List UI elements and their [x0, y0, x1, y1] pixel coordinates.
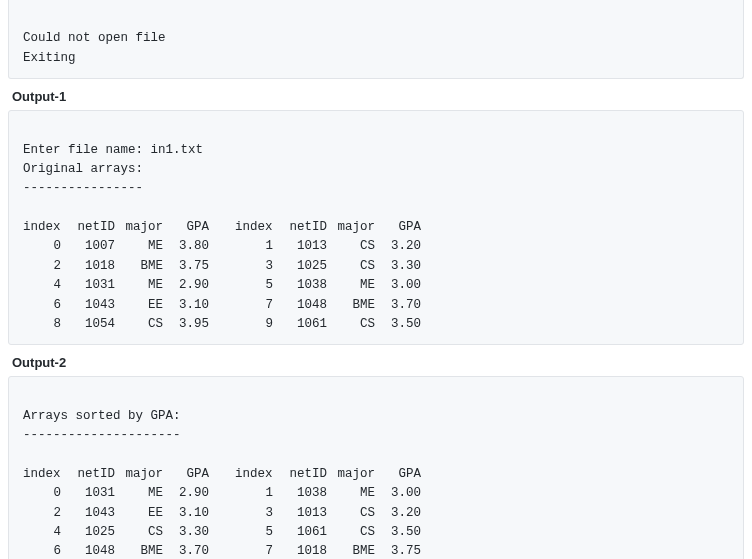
table-row: 61043EE3.1071048BME3.70 — [23, 298, 421, 312]
error-output-block: Could not open file Exiting — [8, 0, 744, 79]
error-line: Could not open file — [23, 31, 166, 45]
table-header: indexnetIDmajorGPAindexnetIDmajorGPA — [23, 467, 421, 481]
intro-line: Original arrays: — [23, 162, 143, 176]
table-row: 01007ME3.8011013CS3.20 — [23, 239, 421, 253]
intro-line: Enter file name: in1.txt — [23, 143, 203, 157]
intro-line: --------------------- — [23, 428, 181, 442]
output-2-heading: Output-2 — [12, 355, 740, 370]
table-row: 01031ME2.9011038ME3.00 — [23, 486, 421, 500]
table-row: 41025CS3.3051061CS3.50 — [23, 525, 421, 539]
table-row: 21018BME3.7531025CS3.30 — [23, 259, 421, 273]
table-header: indexnetIDmajorGPAindexnetIDmajorGPA — [23, 220, 421, 234]
output-2-block: Arrays sorted by GPA: ------------------… — [8, 376, 744, 559]
intro-line: ---------------- — [23, 181, 143, 195]
table-row: 81054CS3.9591061CS3.50 — [23, 317, 421, 331]
table-row: 41031ME2.9051038ME3.00 — [23, 278, 421, 292]
output-1-block: Enter file name: in1.txt Original arrays… — [8, 110, 744, 345]
error-line: Exiting — [23, 51, 76, 65]
table-row: 21043EE3.1031013CS3.20 — [23, 506, 421, 520]
intro-line: Arrays sorted by GPA: — [23, 409, 181, 423]
output-1-heading: Output-1 — [12, 89, 740, 104]
table-row: 61048BME3.7071018BME3.75 — [23, 544, 421, 558]
